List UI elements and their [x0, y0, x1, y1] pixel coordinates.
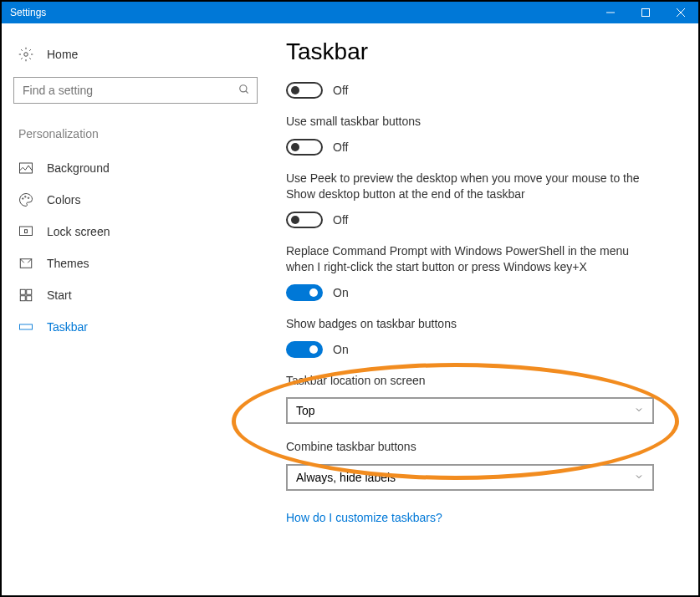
picture-icon [18, 161, 33, 176]
svg-point-5 [240, 85, 247, 92]
dropdown-location[interactable]: Top [286, 397, 654, 424]
nav-label: Themes [47, 257, 89, 270]
svg-rect-17 [27, 296, 32, 301]
toggle-1[interactable] [286, 82, 323, 99]
content: Home Personalization Background Colors L… [2, 23, 698, 595]
titlebar: Settings [2, 2, 698, 23]
nav-label: Colors [47, 193, 80, 207]
nav-taskbar[interactable]: Taskbar [13, 311, 258, 343]
themes-icon [18, 256, 33, 271]
main-panel: Taskbar Off Use small taskbar buttons Of… [269, 23, 698, 595]
svg-rect-16 [20, 296, 25, 301]
nav-background[interactable]: Background [13, 152, 258, 184]
toggle-powershell-state: On [333, 286, 349, 299]
nav-label: Lock screen [47, 225, 110, 238]
svg-rect-11 [20, 227, 33, 236]
search-icon [238, 84, 250, 99]
toggle-badges[interactable] [286, 341, 323, 358]
nav-lock-screen[interactable]: Lock screen [13, 216, 258, 247]
label-small-buttons: Use small taskbar buttons [286, 114, 646, 130]
nav-colors[interactable]: Colors [13, 184, 258, 216]
lock-screen-icon [18, 224, 33, 239]
taskbar-icon [18, 319, 33, 334]
chevron-down-icon [634, 404, 644, 417]
toggle-badges-state: On [333, 343, 349, 356]
svg-rect-1 [642, 9, 650, 17]
nav-home-label: Home [47, 48, 78, 61]
nav-label: Background [47, 161, 110, 175]
help-link[interactable]: How do I customize taskbars? [286, 511, 442, 524]
chevron-down-icon [634, 471, 644, 484]
label-powershell: Replace Command Prompt with Windows Powe… [286, 243, 646, 276]
nav-label: Taskbar [47, 320, 88, 334]
gear-icon [18, 47, 33, 62]
palette-icon [18, 192, 33, 207]
label-location: Taskbar location on screen [286, 373, 646, 390]
search-input[interactable] [13, 77, 258, 104]
minimize-button[interactable] [593, 2, 628, 23]
svg-rect-12 [25, 230, 28, 233]
close-button[interactable] [663, 2, 698, 23]
dropdown-location-value: Top [296, 404, 315, 417]
label-peek: Use Peek to preview the desktop when you… [286, 171, 646, 203]
svg-point-10 [28, 197, 29, 199]
section-title: Personalization [13, 122, 258, 145]
svg-rect-15 [27, 289, 32, 294]
svg-point-9 [25, 196, 27, 198]
label-badges: Show badges on taskbar buttons [286, 316, 646, 333]
svg-point-4 [24, 53, 28, 57]
svg-rect-18 [20, 324, 33, 329]
start-icon [18, 288, 33, 303]
toggle-peek[interactable] [286, 212, 323, 228]
page-title: Taskbar [286, 38, 668, 65]
toggle-small-state: Off [333, 140, 348, 154]
dropdown-combine-value: Always, hide labels [296, 471, 396, 484]
svg-rect-14 [20, 289, 25, 294]
dropdown-combine[interactable]: Always, hide labels [286, 464, 654, 491]
toggle-1-state: Off [333, 84, 348, 97]
nav-label: Start [47, 288, 72, 302]
search-box [13, 77, 258, 104]
toggle-powershell[interactable] [286, 284, 323, 301]
nav-home[interactable]: Home [13, 38, 258, 70]
svg-point-8 [23, 198, 24, 200]
svg-line-6 [246, 91, 248, 94]
nav-start[interactable]: Start [13, 279, 258, 311]
window-controls [593, 2, 698, 23]
toggle-peek-state: Off [333, 213, 348, 227]
sidebar: Home Personalization Background Colors L… [2, 23, 269, 595]
label-combine: Combine taskbar buttons [286, 439, 646, 456]
toggle-small-buttons[interactable] [286, 139, 323, 156]
maximize-button[interactable] [628, 2, 663, 23]
window-title: Settings [10, 7, 46, 18]
nav-themes[interactable]: Themes [13, 247, 258, 279]
